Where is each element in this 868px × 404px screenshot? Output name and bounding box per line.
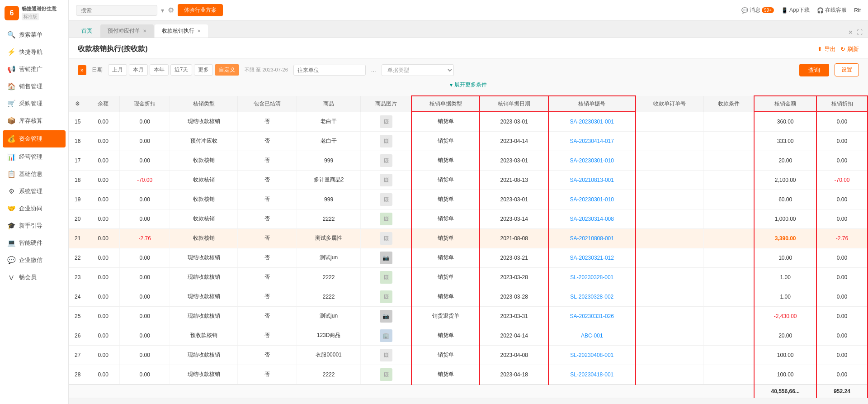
data-table: ⚙ 余额 现金折扣 核销类型 包含已结清 商品 商品图片 核销单据类型 核销单据… [69, 95, 868, 398]
sidebar-item-hardware[interactable]: 💻 智能硬件 [0, 234, 68, 252]
doc-no-link[interactable]: SA-20230301-010 [570, 157, 614, 164]
sidebar-item-system[interactable]: ⚙ 系统管理 [0, 183, 68, 200]
doc-no-link[interactable]: SA-20210808-001 [570, 235, 614, 242]
query-button[interactable]: 查询 [799, 64, 829, 76]
row-condition [703, 306, 754, 326]
row-type: 预付冲应收 [170, 131, 238, 151]
maximize-icon[interactable]: ⛶ [857, 29, 863, 36]
doc-no-link[interactable]: SL-20230328-002 [570, 294, 613, 300]
row-cash-discount: -70.00 [120, 170, 170, 190]
doc-no-link[interactable]: SL-20230328-001 [570, 274, 613, 280]
doc-no-link[interactable]: SA-20230314-008 [570, 216, 614, 222]
doc-no-link[interactable]: SA-20230301-001 [570, 119, 614, 125]
row-settled: 否 [238, 151, 297, 170]
laptop-icon: 💻 [7, 239, 15, 247]
row-balance: 0.00 [87, 306, 120, 326]
sidebar-item-finance[interactable]: 💰 资金管理 [3, 130, 66, 147]
tab-prepay[interactable]: 预付冲应付单 ✕ [100, 24, 154, 38]
sidebar-item-member[interactable]: V 畅会员 [0, 269, 68, 286]
message-area[interactable]: 💬 消息 99+ [741, 6, 774, 14]
filter-settings-button[interactable]: 设置 [835, 63, 859, 76]
filter-dots: ... [371, 67, 376, 73]
tab-bar-actions: ✕ ⛶ [848, 29, 863, 38]
sidebar-item-basic-info[interactable]: 📋 基础信息 [0, 166, 68, 183]
row-balance: 0.00 [87, 151, 120, 170]
col-condition: 收款条件 [703, 96, 754, 112]
sidebar-item-collab[interactable]: 🤝 企业协同 [0, 200, 68, 217]
online-service-area[interactable]: 🎧 在线客服 [817, 6, 847, 14]
row-doc-type: 销货退货单 [411, 306, 480, 326]
sidebar-item-inventory[interactable]: 📦 库存核算 [0, 112, 68, 129]
close-window-icon[interactable]: ✕ [848, 29, 853, 36]
voucher-type-select[interactable]: 单据类型 [382, 64, 454, 76]
row-cash-discount: 0.00 [120, 345, 170, 365]
row-doc-type: 销货单 [411, 190, 480, 209]
row-doc-no: SA-20230301-010 [548, 151, 636, 170]
doc-no-link[interactable]: SA-20210813-001 [570, 177, 614, 183]
row-goods: 测试jun [297, 248, 360, 267]
col-settings[interactable]: ⚙ [69, 96, 87, 112]
row-doc-date: 2023-04-14 [480, 131, 548, 151]
sidebar-item-wechat[interactable]: 💬 企业微信 [0, 252, 68, 269]
table-row: 24 0.00 0.00 现结收款核销 否 2222 🖼 销货单 2023-03… [69, 287, 868, 306]
last-month-btn[interactable]: 上月 [108, 64, 127, 76]
more-date-btn[interactable]: 更多 [194, 64, 213, 76]
doc-no-link[interactable]: SA-20230301-010 [570, 196, 614, 203]
row-condition [703, 267, 754, 287]
user-name[interactable]: Rit [854, 7, 861, 14]
row-condition [703, 131, 754, 151]
filter-collapse-btn[interactable]: » [78, 65, 86, 75]
app-download-area[interactable]: 📱 App下载 [781, 6, 810, 14]
row-id: 20 [69, 209, 87, 228]
data-table-container[interactable]: ⚙ 余额 现金折扣 核销类型 包含已结清 商品 商品图片 核销单据类型 核销单据… [69, 95, 868, 399]
topbar-search-input[interactable] [76, 5, 157, 16]
tab-collection-close-icon[interactable]: ✕ [197, 29, 201, 33]
topbar-dropdown-icon[interactable]: ▾ [161, 7, 164, 14]
solution-button[interactable]: 体验行业方案 [178, 4, 223, 16]
row-id: 25 [69, 306, 87, 326]
tab-collection[interactable]: 收款核销执行 ✕ [155, 24, 208, 38]
row-type: 现结收款核销 [170, 306, 238, 326]
this-year-btn[interactable]: 本年 [150, 64, 169, 76]
horizontal-scrollbar[interactable] [69, 399, 868, 404]
source-unit-input[interactable] [293, 65, 366, 76]
last-7-days-btn[interactable]: 近7天 [170, 64, 193, 76]
doc-no-link[interactable]: SA-20230414-017 [570, 138, 614, 144]
row-order-no [636, 248, 704, 267]
row-amount: 10.00 [754, 248, 816, 267]
sidebar-item-sales[interactable]: 🏠 销售管理 [0, 78, 68, 95]
sidebar-item-newbie[interactable]: 🎓 新手引导 [0, 217, 68, 234]
sidebar-item-purchase[interactable]: 🛒 采购管理 [0, 95, 68, 112]
tab-home[interactable]: 首页 [74, 24, 99, 38]
app-download-label: App下载 [789, 6, 810, 14]
sidebar-item-marketing[interactable]: 📢 营销推广 [0, 61, 68, 78]
total-amount: 40,556,66... [754, 385, 816, 398]
row-condition [703, 112, 754, 131]
col-balance: 余额 [87, 96, 120, 112]
table-total-row: 40,556,66... 952.24 [69, 385, 868, 398]
row-goods: 999 [297, 190, 360, 209]
row-doc-date: 2021-08-08 [480, 228, 548, 248]
doc-no-link[interactable]: SA-20230321-012 [570, 255, 614, 261]
row-amount: 100.00 [754, 345, 816, 365]
expand-conditions-btn[interactable]: ▾ 展开更多条件 [445, 79, 491, 90]
row-cash-discount: 0.00 [120, 248, 170, 267]
this-month-btn[interactable]: 本月 [129, 64, 148, 76]
row-img: 🖼 [361, 190, 411, 209]
custom-date-btn[interactable]: 自定义 [215, 64, 239, 76]
sidebar-item-management[interactable]: 📊 经营管理 [0, 148, 68, 166]
doc-no-link[interactable]: SL-20230418-001 [570, 371, 613, 378]
col-goods: 商品 [297, 96, 360, 112]
doc-no-link[interactable]: SA-20230331-026 [570, 313, 614, 319]
refresh-button[interactable]: ↻ 刷新 [840, 45, 859, 53]
tab-prepay-close-icon[interactable]: ✕ [143, 29, 146, 33]
table-row: 15 0.00 0.00 现结收款核销 否 老白干 🖼 销货单 2023-03-… [69, 112, 868, 131]
row-discount: -70.00 [816, 170, 868, 190]
sidebar-item-search[interactable]: 🔍 搜索菜单 [0, 26, 68, 43]
sidebar-label-system: 系统管理 [19, 187, 42, 195]
doc-no-link[interactable]: SL-20230408-001 [570, 352, 613, 358]
export-button[interactable]: ⬆ 导出 [817, 45, 836, 53]
doc-no-link[interactable]: ABC-001 [581, 333, 603, 339]
topbar-settings-icon[interactable]: ⚙ [168, 6, 174, 14]
sidebar-item-shortcuts[interactable]: ⚡ 快捷导航 [0, 43, 68, 61]
